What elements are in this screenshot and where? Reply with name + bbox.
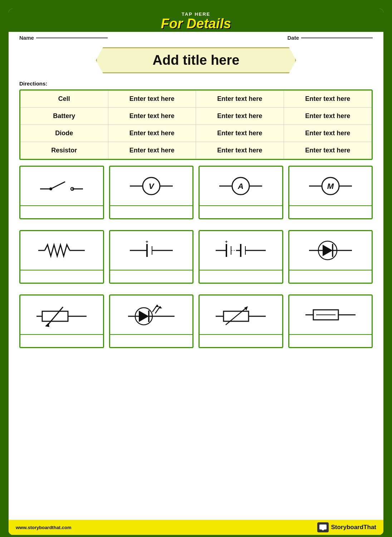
date-line (301, 38, 373, 38)
legend-cell-1-3[interactable]: Enter text here (284, 108, 372, 125)
symbol-image-voltmeter: V (110, 167, 193, 205)
symbol-label-diode[interactable] (289, 270, 372, 283)
symbol-label-led[interactable] (110, 334, 193, 347)
legend-cell-1-1[interactable]: Enter text here (108, 108, 196, 125)
footer: www.storyboardthat.com StoryboardThat (9, 520, 383, 535)
name-line (36, 38, 108, 38)
directions-label: Directions: (19, 80, 47, 87)
legend-cell-2-0: Diode (20, 125, 108, 142)
symbol-image-led (110, 296, 193, 334)
symbol-card-switch (19, 166, 104, 219)
for-details-title[interactable]: For Details (9, 17, 383, 30)
svg-rect-61 (319, 524, 327, 529)
svg-line-55 (226, 308, 246, 325)
title-banner-wrap: Add title here (9, 44, 383, 79)
legend-cell-1-0: Battery (20, 108, 108, 125)
symbol-image-resistor (20, 231, 103, 270)
svg-line-41 (47, 307, 63, 326)
header: TAP HERE For Details (9, 9, 383, 32)
svg-text:M: M (327, 182, 334, 191)
legend-cell-0-0: Cell (20, 91, 108, 107)
symbol-card-cell: + (109, 230, 194, 284)
symbol-label-motor[interactable] (289, 205, 372, 218)
symbol-section-2: + + (9, 230, 383, 294)
date-field: Date (287, 35, 373, 41)
name-date-row: Name Date (9, 32, 383, 44)
svg-marker-44 (139, 311, 149, 322)
legend-row-1: Battery Enter text here Enter text here … (20, 108, 372, 125)
symbol-label-ammeter[interactable] (200, 205, 282, 218)
symbol-card-motor: M (288, 166, 373, 219)
symbol-image-fixed-resistor (289, 296, 372, 334)
symbol-image-switch (20, 167, 103, 205)
legend-cell-0-2[interactable]: Enter text here (196, 91, 284, 107)
svg-marker-42 (45, 323, 49, 327)
symbol-label-resistor[interactable] (20, 270, 103, 283)
symbol-image-ammeter: A (200, 167, 282, 205)
symbol-image-battery: + (200, 231, 282, 270)
symbol-card-voltmeter: V (109, 166, 194, 219)
svg-marker-56 (244, 306, 248, 311)
legend-row-3: Resistor Enter text here Enter text here… (20, 142, 372, 159)
legend-cell-0-3[interactable]: Enter text here (284, 91, 372, 107)
symbol-card-battery: + (199, 230, 283, 284)
svg-point-3 (49, 187, 52, 190)
symbol-image-var-resistor (20, 296, 103, 334)
symbol-grid-2: + + (19, 230, 373, 284)
legend-cell-3-2[interactable]: Enter text here (196, 142, 284, 159)
symbol-image-var-resistor2 (200, 296, 282, 334)
name-field: Name (19, 35, 108, 41)
symbol-label-var-resistor2[interactable] (200, 334, 282, 347)
symbol-card-ammeter: A (199, 166, 283, 219)
footer-url: www.storyboardthat.com (16, 525, 72, 530)
symbol-label-switch[interactable] (20, 205, 103, 218)
symbol-image-cell: + (110, 231, 193, 270)
symbol-label-cell[interactable] (110, 270, 193, 283)
symbol-label-battery[interactable] (200, 270, 282, 283)
legend-table: Cell Enter text here Enter text here Ent… (19, 89, 373, 160)
symbol-image-motor: M (289, 167, 372, 205)
svg-marker-34 (323, 245, 333, 256)
symbol-section-1: V A (9, 166, 383, 230)
name-label: Name (19, 35, 34, 41)
symbol-card-var-resistor2 (199, 294, 283, 348)
legend-cell-2-2[interactable]: Enter text here (196, 125, 284, 142)
title-banner[interactable]: Add title here (96, 47, 296, 73)
legend-row-0: Cell Enter text here Enter text here Ent… (20, 91, 372, 108)
legend-cell-0-1[interactable]: Enter text here (108, 91, 196, 107)
symbol-label-var-resistor[interactable] (20, 334, 103, 347)
main-container: TAP HERE For Details Name Date Add title… (6, 6, 386, 537)
svg-text:V: V (148, 182, 155, 191)
symbol-section-3 (9, 294, 383, 359)
legend-cell-3-0: Resistor (20, 142, 108, 159)
legend-cell-1-2[interactable]: Enter text here (196, 108, 284, 125)
date-label: Date (287, 35, 299, 41)
legend-cell-3-1[interactable]: Enter text here (108, 142, 196, 159)
symbol-card-resistor (19, 230, 104, 284)
svg-text:A: A (237, 182, 244, 191)
svg-text:+: + (225, 240, 228, 244)
symbol-label-fixed-resistor[interactable] (289, 334, 372, 347)
legend-row-2: Diode Enter text here Enter text here En… (20, 125, 372, 142)
svg-text:+: + (146, 240, 148, 244)
symbol-label-voltmeter[interactable] (110, 205, 193, 218)
footer-brand: StoryboardThat (331, 524, 376, 531)
symbol-card-led (109, 294, 194, 348)
svg-marker-49 (155, 305, 159, 307)
symbol-card-fixed-resistor (288, 294, 373, 348)
svg-line-1 (51, 182, 65, 189)
title-text: Add title here (153, 53, 240, 68)
symbol-image-diode (289, 231, 372, 270)
legend-cell-2-1[interactable]: Enter text here (108, 125, 196, 142)
footer-logo: StoryboardThat (317, 522, 376, 532)
symbol-grid-3 (19, 294, 373, 348)
symbol-card-diode (288, 230, 373, 284)
svg-marker-62 (322, 529, 324, 531)
symbol-grid-1: V A (19, 166, 373, 219)
legend-cell-2-3[interactable]: Enter text here (284, 125, 372, 142)
storyboard-icon (317, 522, 329, 532)
legend-cell-3-3[interactable]: Enter text here (284, 142, 372, 159)
symbol-card-var-resistor (19, 294, 104, 348)
directions: Directions: (9, 79, 383, 89)
